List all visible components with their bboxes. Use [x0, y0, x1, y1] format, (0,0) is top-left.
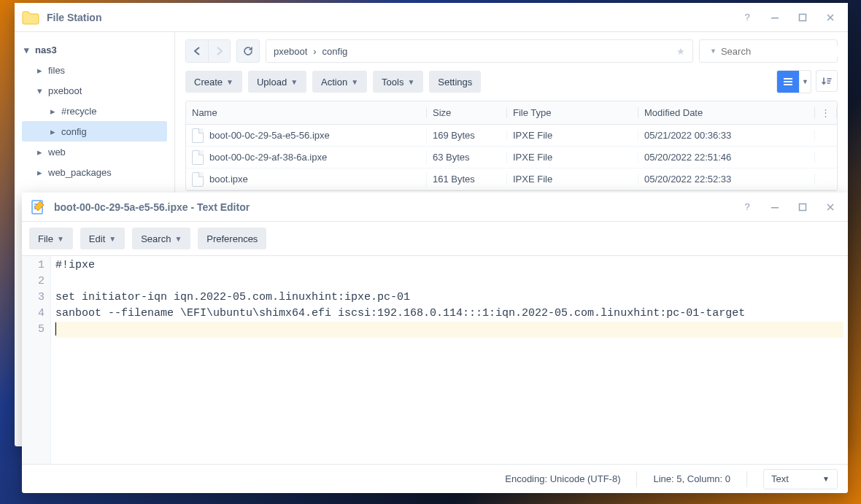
list-view-button[interactable] — [777, 71, 799, 93]
file-table-header: Name Size File Type Modified Date ⋮ — [186, 101, 837, 125]
sort-button[interactable] — [816, 70, 838, 92]
action-button[interactable]: Action▼ — [312, 71, 367, 93]
help-icon[interactable]: ? — [737, 197, 757, 217]
file-name: boot-00-0c-29-5a-e5-56.ipxe — [209, 130, 330, 141]
file-type: IPXE File — [507, 174, 638, 185]
file-modified: 05/21/2022 00:36:33 — [638, 130, 815, 141]
file-modified: 05/20/2022 22:51:46 — [638, 152, 815, 163]
tree-item-files[interactable]: ▸ files — [15, 60, 174, 80]
table-row[interactable]: boot-00-0c-29-5a-e5-56.ipxe 169 Bytes IP… — [186, 125, 837, 147]
back-button[interactable] — [186, 40, 208, 62]
file-icon — [192, 172, 204, 187]
file-size: 169 Bytes — [427, 130, 507, 141]
view-mode-dropdown[interactable]: ▼ — [799, 71, 811, 93]
tree-item-label: web — [48, 147, 66, 158]
file-icon — [192, 128, 204, 143]
divider — [636, 471, 637, 487]
col-size-header[interactable]: Size — [427, 107, 507, 118]
file-name: boot-00-0c-29-af-38-6a.ipxe — [209, 152, 327, 163]
file-menu[interactable]: File▼ — [29, 228, 73, 249]
chevron-right-icon: ▸ — [35, 147, 44, 158]
create-button[interactable]: Create▼ — [185, 71, 242, 93]
text-editor-icon — [29, 198, 47, 216]
breadcrumb-seg[interactable]: config — [323, 46, 348, 57]
table-row[interactable]: boot.ipxe 161 Bytes IPXE File 05/20/2022… — [186, 168, 837, 190]
close-icon[interactable] — [820, 197, 841, 217]
chevron-down-icon: ▾ — [22, 44, 31, 55]
maximize-icon[interactable] — [792, 7, 813, 28]
file-table: Name Size File Type Modified Date ⋮ boot… — [185, 101, 838, 191]
svg-rect-5 — [800, 203, 806, 210]
col-modified-header[interactable]: Modified Date — [638, 107, 815, 118]
settings-button[interactable]: Settings — [429, 71, 481, 93]
editor-body[interactable]: 1 2 3 4 5 #!ipxe set initiator-iqn iqn.2… — [22, 256, 848, 464]
chevron-down-icon: ▾ — [35, 85, 44, 96]
table-row[interactable]: boot-00-0c-29-af-38-6a.ipxe 63 Bytes IPX… — [186, 147, 837, 168]
tree-root-label: nas3 — [35, 44, 57, 55]
search-menu[interactable]: Search▼ — [132, 228, 190, 249]
svg-rect-4 — [771, 207, 779, 209]
chevron-right-icon: ▸ — [35, 167, 44, 178]
tree-item-label: pxeboot — [48, 85, 82, 96]
star-icon[interactable]: ★ — [676, 46, 685, 57]
code-line: set initiator-iqn iqn.2022-05.com.linuxh… — [55, 290, 843, 306]
text-editor-window: boot-00-0c-29-5a-e5-56.ipxe - Text Edito… — [22, 193, 848, 493]
file-name: boot.ipxe — [209, 174, 248, 185]
preferences-button[interactable]: Preferences — [198, 228, 266, 249]
text-editor-titlebar: boot-00-0c-29-5a-e5-56.ipxe - Text Edito… — [22, 193, 848, 222]
tree-item-label: #recycle — [61, 106, 96, 117]
text-cursor — [55, 322, 56, 336]
folder-icon — [22, 9, 39, 26]
editor-menu-bar: File▼ Edit▼ Search▼ Preferences — [22, 222, 848, 256]
file-type: IPXE File — [507, 130, 638, 141]
tools-button[interactable]: Tools▼ — [373, 71, 423, 93]
code-line: sanboot --filename \EFI\ubuntu\shimx64.e… — [55, 306, 843, 322]
maximize-icon[interactable] — [792, 197, 813, 217]
minimize-icon[interactable] — [765, 197, 785, 217]
search-box[interactable]: ▼ — [699, 39, 838, 63]
file-icon — [192, 150, 204, 165]
col-name-header[interactable]: Name — [186, 107, 427, 118]
tree-item-label: web_packages — [48, 167, 112, 178]
tree-item-config[interactable]: ▸ config — [22, 121, 167, 141]
file-station-title: File Station — [47, 12, 101, 23]
chevron-down-icon[interactable]: ▼ — [710, 47, 717, 55]
upload-button[interactable]: Upload▼ — [248, 71, 306, 93]
col-type-header[interactable]: File Type — [507, 107, 638, 118]
tree-item-pxeboot[interactable]: ▾ pxeboot — [15, 80, 174, 101]
edit-menu[interactable]: Edit▼ — [80, 228, 125, 249]
forward-button[interactable] — [208, 40, 230, 62]
tree-item-web[interactable]: ▸ web — [15, 141, 174, 162]
breadcrumb-seg[interactable]: pxeboot — [274, 46, 307, 57]
chevron-right-icon: › — [313, 46, 316, 57]
code-line — [55, 274, 843, 290]
svg-rect-0 — [771, 18, 779, 19]
file-size: 161 Bytes — [427, 174, 507, 185]
search-input[interactable] — [721, 46, 843, 57]
text-editor-title: boot-00-0c-29-5a-e5-56.ipxe - Text Edito… — [54, 201, 250, 213]
close-icon[interactable] — [820, 7, 841, 28]
file-modified: 05/20/2022 22:52:33 — [638, 174, 815, 185]
help-icon[interactable]: ? — [737, 7, 757, 28]
tree-item-web-packages[interactable]: ▸ web_packages — [15, 162, 174, 182]
status-cursor: Line: 5, Column: 0 — [653, 473, 730, 484]
file-type: IPXE File — [507, 152, 638, 163]
reload-button[interactable] — [236, 39, 260, 63]
tree-item-label: config — [61, 126, 87, 137]
tree-item-recycle[interactable]: ▸ #recycle — [15, 101, 174, 121]
view-mode-switch: ▼ — [776, 70, 811, 93]
tree-item-label: files — [48, 65, 65, 76]
breadcrumb[interactable]: pxeboot › config ★ — [266, 39, 693, 63]
code-line-current — [55, 322, 843, 338]
syntax-select[interactable]: Text ▼ — [763, 469, 838, 489]
nav-buttons — [185, 39, 231, 63]
code-area[interactable]: #!ipxe set initiator-iqn iqn.2022-05.com… — [51, 256, 848, 464]
file-station-titlebar: File Station ? — [15, 3, 848, 32]
column-options-icon[interactable]: ⋮ — [815, 107, 837, 118]
tree-root[interactable]: ▾ nas3 — [15, 39, 174, 60]
status-encoding: Encoding: Unicode (UTF-8) — [505, 473, 620, 484]
line-gutter: 1 2 3 4 5 — [22, 256, 51, 464]
chevron-right-icon: ▸ — [35, 65, 44, 76]
minimize-icon[interactable] — [765, 7, 785, 28]
chevron-right-icon: ▸ — [48, 126, 57, 137]
